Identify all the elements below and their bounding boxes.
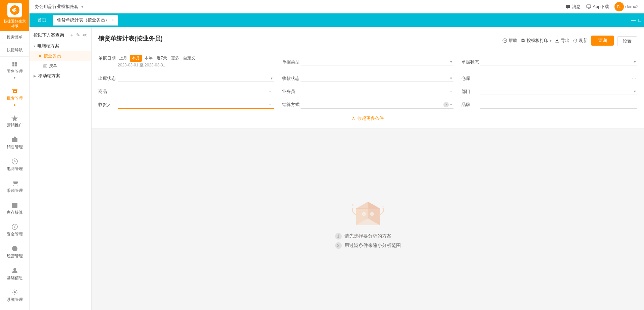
sidebar-item-system[interactable]: 系统管理 — [0, 285, 29, 307]
settings-button[interactable]: 设置 — [617, 36, 637, 46]
sub-item-by-order[interactable]: 按单 — [30, 61, 91, 71]
svg-text:畅: 畅 — [12, 8, 16, 13]
help-button[interactable]: ? 帮助 — [502, 38, 517, 44]
template-print-dropdown-icon[interactable]: ▾ — [550, 39, 551, 43]
date-btn-this-month[interactable]: 本月 — [130, 55, 142, 62]
main-content: 1 请先选择要分析的方案 2 用过滤条件来缩小分析范围 — [92, 128, 644, 310]
svg-rect-5 — [15, 64, 17, 66]
page-header: 销货单统计表(按业务员) ? 帮助 按模板打印 ▾ — [92, 27, 644, 49]
template-print-button[interactable]: 按模板打印 ▾ — [521, 38, 551, 44]
svg-rect-20 — [522, 41, 524, 42]
edit-scheme-icon[interactable]: ✎ — [76, 32, 80, 38]
salesperson-input[interactable]: ··· — [301, 88, 454, 95]
message-button[interactable]: 消息 — [565, 4, 581, 10]
collection-status-label: 收款状态 — [282, 75, 301, 82]
filter-payment-method-cell: 结算方式 × ▾ — [278, 99, 458, 110]
hint-num-2: 2 — [335, 242, 342, 249]
app-download-button[interactable]: App下载 — [586, 4, 609, 10]
sidebar-item-marketing-label: 营销推广 — [7, 122, 23, 128]
date-btn-last-month[interactable]: 上月 — [118, 55, 128, 62]
refresh-label: 刷新 — [579, 38, 588, 44]
doc-status-dropdown[interactable]: ▾ — [480, 59, 637, 65]
sub-item-by-order-label: 按单 — [49, 63, 57, 69]
date-btn-this-year[interactable]: 本年 — [143, 55, 154, 62]
empty-hints: 1 请先选择要分析的方案 2 用过滤条件来缩小分析范围 — [335, 233, 401, 249]
tab-bar: 首页 销货单统计表（按业务员） × — □ — [30, 13, 644, 27]
workspace-dropdown-icon[interactable]: ▾ — [81, 4, 84, 9]
tree-section-pc[interactable]: ▾ 电脑端方案 — [30, 41, 91, 51]
brand-input[interactable]: ··· — [480, 101, 637, 109]
doc-status-label: 单据状态 — [462, 59, 480, 65]
goods-input[interactable]: ··· — [118, 88, 274, 95]
content-area: 按以下方案查询 ＋ ✎ ≪ ▾ 电脑端方案 按业务员 按单 — [30, 27, 644, 310]
tab-active[interactable]: 销货单统计表（按业务员） × — [53, 15, 118, 25]
tab-minimize-icon[interactable]: — — [631, 17, 636, 23]
sidebar-item-purchase[interactable]: 采购管理 — [0, 176, 29, 198]
svg-rect-6 — [12, 138, 17, 142]
doc-type-dropdown-icon: ▾ — [450, 60, 452, 64]
export-button[interactable]: 导出 — [555, 38, 570, 44]
date-range-display: 2023-03-01 至 2023-03-31 — [118, 62, 274, 69]
left-panel: 按以下方案查询 ＋ ✎ ≪ ▾ 电脑端方案 按业务员 按单 — [30, 27, 92, 310]
payment-method-dropdown[interactable]: × ▾ — [301, 101, 454, 109]
sidebar-item-operation-label: 经营管理 — [7, 253, 23, 259]
filter-brand-cell: 品牌 ··· — [458, 99, 637, 110]
warehouse-input[interactable]: ··· — [480, 74, 637, 82]
user-profile[interactable]: Ea demo2 — [614, 2, 639, 11]
tab-close-icon[interactable]: × — [111, 18, 114, 22]
tab-maximize-icon[interactable]: □ — [639, 17, 641, 23]
top-header: 办公用品行业模拟账套 ▾ 消息 App下载 Ea demo2 — [30, 0, 644, 13]
tree-item-by-salesperson[interactable]: 按业务员 — [30, 51, 91, 61]
collection-status-dropdown[interactable]: ▾ — [301, 75, 454, 82]
sidebar-item-sales[interactable]: 销售管理 — [0, 132, 29, 154]
payment-method-clear-icon[interactable]: × — [443, 102, 449, 107]
sidebar-item-operation[interactable]: 经营管理 — [0, 241, 29, 263]
sidebar-item-retail[interactable]: 零售管理 ▾ — [0, 57, 29, 84]
tree-arrow-mobile: ▶ — [34, 74, 36, 78]
right-panel: 销货单统计表(按业务员) ? 帮助 按模板打印 ▾ — [92, 27, 644, 310]
sidebar-item-inventory-label: 库存核算 — [7, 210, 23, 215]
sidebar-item-basic[interactable]: 基础信息 — [0, 263, 29, 285]
warehouse-label: 仓库 — [462, 75, 480, 82]
collapse-panel-icon[interactable]: ≪ — [82, 32, 87, 38]
department-dropdown[interactable]: ▾ — [480, 88, 637, 95]
hint-text-2: 用过滤条件来缩小分析范围 — [344, 243, 401, 249]
out-status-dropdown[interactable]: ▾ — [118, 75, 274, 82]
sidebar-item-wholesale[interactable]: 批发管理 ▴ — [0, 84, 29, 110]
sidebar-item-sales-label: 销售管理 — [7, 144, 23, 150]
filter-row-1: 单据日期 上月 本月 本年 近7天 更多 自定义 2023-03-01 至 20… — [98, 53, 637, 70]
header-top-actions: ? 帮助 按模板打印 ▾ 导出 — [502, 35, 637, 46]
date-btn-7days[interactable]: 近7天 — [155, 55, 168, 62]
query-button[interactable]: 查询 — [591, 36, 614, 46]
sidebar-item-marketing[interactable]: 营销推广 — [0, 110, 29, 132]
page-header-right: ? 帮助 按模板打印 ▾ 导出 — [502, 31, 637, 46]
quick-nav-item[interactable]: 快捷导航 — [0, 44, 29, 57]
search-menu-item[interactable]: 搜索菜单 — [0, 31, 29, 44]
hint-item-2: 2 用过滤条件来缩小分析范围 — [335, 242, 401, 249]
user-name: demo2 — [625, 4, 639, 9]
tree-section-mobile[interactable]: ▶ 移动端方案 — [30, 71, 91, 81]
date-btn-more[interactable]: 更多 — [170, 55, 180, 62]
export-label: 导出 — [561, 38, 570, 44]
tab-actions: — □ — [631, 17, 641, 23]
department-label: 部门 — [462, 89, 480, 95]
sidebar: 畅 畅捷通好生意 标版 搜索菜单 快捷导航 零售管理 ▾ 批发管理 ▴ 营销推广… — [0, 0, 30, 310]
tab-home[interactable]: 首页 — [32, 15, 52, 25]
collection-status-dropdown-icon: ▾ — [450, 76, 452, 81]
receiver-input[interactable]: ··· — [118, 101, 274, 109]
goods-label: 商品 — [98, 89, 118, 95]
sidebar-item-finance[interactable]: ¥ 资金管理 — [0, 219, 29, 241]
receiver-label: 收货人 — [98, 102, 118, 108]
filter-row-4: 收货人 ··· 结算方式 × ▾ — [98, 99, 637, 110]
empty-state: 1 请先选择要分析的方案 2 用过滤条件来缩小分析范围 — [335, 190, 401, 249]
add-scheme-icon[interactable]: ＋ — [69, 32, 74, 38]
svg-point-8 — [13, 185, 14, 186]
doc-type-dropdown[interactable]: ▾ — [301, 59, 454, 65]
sidebar-item-purchase-label: 采购管理 — [7, 188, 23, 194]
date-btn-custom[interactable]: 自定义 — [182, 55, 197, 62]
sidebar-item-inventory[interactable]: 库存核算 — [0, 198, 29, 219]
collapse-up-icon: ∧ — [352, 116, 355, 121]
sidebar-item-ecommerce[interactable]: 电商管理 — [0, 154, 29, 176]
refresh-button[interactable]: 刷新 — [573, 38, 588, 44]
collapse-bar[interactable]: ∧ 收起更多条件 — [98, 113, 637, 124]
